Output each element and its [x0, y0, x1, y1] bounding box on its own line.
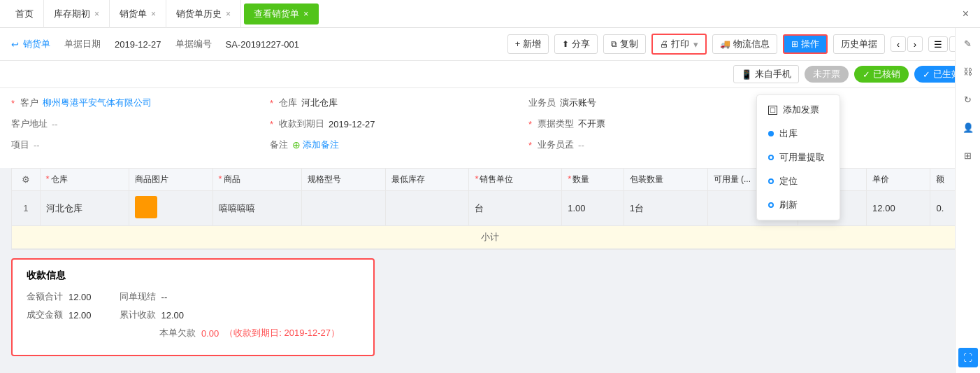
next-arrow[interactable]: › [907, 36, 923, 52]
tab-sales-history-close[interactable]: × [226, 9, 231, 19]
salesperson-field: * 业务员孟 -- [528, 139, 724, 151]
document-title-section: ↩ 销货单 [11, 38, 50, 50]
share-button[interactable]: ⬆ 分享 [554, 34, 598, 54]
window-close-button[interactable]: × [957, 8, 974, 20]
locate-item[interactable]: 定位 [757, 169, 840, 193]
same-order-settle-value: -- [161, 292, 168, 302]
number-label: 单据编号 [175, 38, 212, 50]
customer-label: 客户 [20, 97, 38, 109]
date-label: 单据日期 [64, 38, 101, 50]
payment-date-required-mark: * [270, 119, 273, 129]
staff-label: 业务员 [528, 97, 556, 109]
sidebar-link-icon[interactable]: ⛓ [958, 62, 978, 81]
salesperson-label: 业务员孟 [538, 139, 574, 151]
operations-button-label: 操作 [801, 38, 819, 50]
staff-field: 业务员 演示账号 [528, 97, 724, 109]
payment-info-box: 收款信息 金额合计 12.00 同单现结 -- 成交金额 12.00 累计收款 … [11, 258, 375, 356]
verified-label: 已核销 [873, 68, 900, 80]
tab-sales-order-close[interactable]: × [151, 9, 156, 19]
document-header: ↩ 销货单 单据日期 2019-12-27 单据编号 SA-20191227-0… [0, 28, 980, 61]
col-warehouse: *仓库 [40, 169, 129, 191]
available-qty-item[interactable]: 可用量提取 [757, 146, 840, 169]
outstanding-extra: （收款到期日: 2019-12-27） [224, 327, 340, 339]
history-button[interactable]: 历史单据 [833, 34, 885, 54]
print-button[interactable]: 🖨 打印 ▾ [651, 34, 707, 55]
print-dropdown-arrow[interactable]: ▾ [693, 39, 698, 50]
same-order-settle-item: 同单现结 -- [120, 290, 168, 303]
cell-product: 嘻嘻嘻嘻 [212, 191, 301, 226]
locate-icon [768, 178, 774, 184]
total-amount-value: 12.00 [69, 292, 92, 302]
product-image [135, 196, 157, 218]
add-note-button[interactable]: ⊕ 添加备注 [292, 139, 339, 151]
warehouse-field: * 仓库 河北仓库 [270, 97, 514, 109]
salesperson-value: -- [578, 140, 584, 150]
sidebar-expand-icon[interactable]: ⛶ [958, 348, 978, 367]
total-received-item: 累计收款 12.00 [120, 309, 185, 321]
sidebar-reload-icon[interactable]: ↻ [958, 90, 978, 109]
col-sales-unit: *销售单位 [469, 169, 562, 191]
payment-date-field: * 收款到期日 2019-12-27 [270, 118, 514, 130]
new-button[interactable]: + 新增 [507, 34, 549, 54]
logistics-button[interactable]: 🚚 物流信息 [712, 34, 777, 54]
tab-home[interactable]: 首页 [6, 0, 44, 28]
date-value: 2019-12-27 [115, 39, 161, 50]
tab-sales-history[interactable]: 销货单历史 × [166, 0, 241, 28]
outstanding-label: 本单欠款 [159, 327, 196, 339]
doc-type-icon: ↩ [11, 39, 19, 50]
tab-check-sales[interactable]: 查看销货单 × [244, 3, 319, 24]
sub-action-bar: 📱 来自手机 未开票 ✓ 已核销 ✓ 已生效 [0, 61, 980, 88]
tab-sales-order[interactable]: 销货单 × [110, 0, 166, 28]
tab-inventory-init[interactable]: 库存期初 × [44, 0, 110, 28]
tab-inventory-init-close[interactable]: × [94, 9, 99, 19]
note-field: 备注 ⊕ 添加备注 [270, 139, 514, 151]
ticket-required-mark: * [528, 119, 532, 129]
project-field: 项目 -- [11, 139, 256, 151]
available-qty-label: 可用量提取 [779, 151, 825, 164]
from-phone-button[interactable]: 📱 来自手机 [733, 65, 799, 83]
refresh-item[interactable]: 刷新 [757, 193, 840, 217]
document-actions: + 新增 ⬆ 分享 ⧉ 复制 🖨 打印 ▾ 🚚 物流信息 ⊞ 操作 [507, 34, 969, 55]
prev-arrow[interactable]: ‹ [891, 36, 906, 52]
settings-icon[interactable]: ⚙ [22, 174, 30, 185]
locate-label: 定位 [779, 175, 798, 188]
salesperson-required-mark: * [528, 140, 532, 150]
verified-button[interactable]: ✓ 已核销 [854, 66, 909, 83]
copy-button[interactable]: ⧉ 复制 [603, 34, 646, 54]
customer-required-mark: * [11, 98, 15, 108]
operations-button[interactable]: ⊞ 操作 [783, 34, 828, 54]
cell-warehouse: 河北仓库 [40, 191, 129, 226]
sidebar-edit-icon[interactable]: ✎ [958, 34, 978, 53]
add-invoice-item[interactable]: ☐ 添加发票 [757, 98, 840, 122]
address-value: -- [52, 119, 58, 129]
col-settings[interactable]: ⚙ [12, 169, 40, 191]
operations-dropdown: ☐ 添加发票 出库 可用量提取 定位 刷新 [756, 94, 840, 220]
staff-value: 演示账号 [560, 97, 596, 109]
share-button-label: 分享 [572, 38, 590, 50]
tab-check-sales-close[interactable]: × [303, 8, 309, 19]
list-view-icon[interactable]: ☰ [928, 36, 948, 52]
cell-min-stock [385, 191, 469, 226]
outbound-icon [768, 131, 774, 136]
total-amount-item: 金额合计 12.00 [27, 290, 92, 303]
add-invoice-label: 添加发票 [783, 104, 819, 116]
tab-home-label: 首页 [15, 8, 34, 20]
payment-row-1: 金额合计 12.00 同单现结 -- [27, 290, 359, 303]
address-label: 客户地址 [11, 118, 48, 130]
total-amount-label: 金额合计 [27, 290, 63, 303]
tab-check-sales-label: 查看销货单 [254, 8, 299, 20]
sidebar-user-icon[interactable]: 👤 [958, 118, 978, 137]
refresh-label: 刷新 [779, 199, 798, 211]
cell-sales-unit: 台 [469, 191, 562, 226]
not-open-ticket-button[interactable]: 未开票 [805, 66, 849, 83]
total-received-label: 累计收款 [120, 309, 156, 321]
outbound-item[interactable]: 出库 [757, 122, 840, 146]
customer-value[interactable]: 柳州粤港平安气体有限公司 [43, 97, 152, 109]
subtotal-row: 小计 [12, 226, 968, 249]
col-product: *商品 [212, 169, 301, 191]
payment-row-3: 本单欠款 0.00 （收款到期日: 2019-12-27） [27, 327, 359, 339]
phone-icon: 📱 [741, 69, 752, 80]
print-icon: 🖨 [660, 39, 668, 49]
sidebar-grid-icon[interactable]: ⊞ [958, 146, 978, 165]
copy-icon: ⧉ [611, 39, 617, 49]
